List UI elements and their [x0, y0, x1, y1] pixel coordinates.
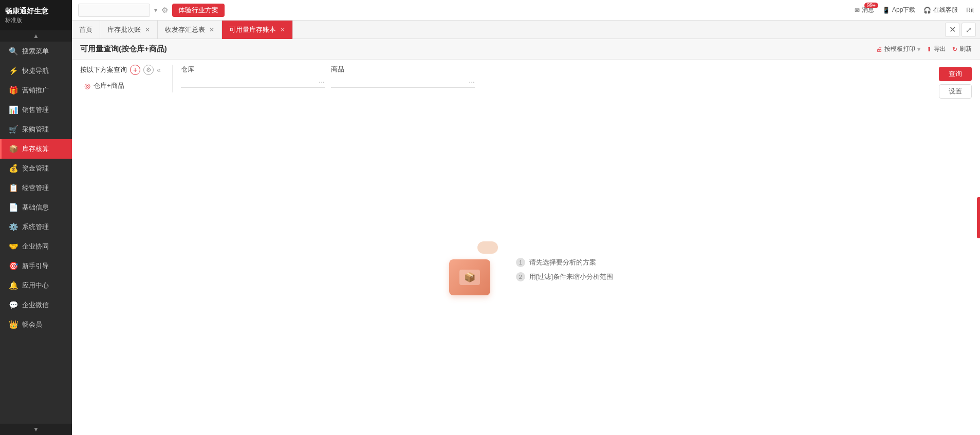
- app-download-button[interactable]: 📱 App下载: [882, 6, 915, 14]
- message-badge: 99+: [864, 3, 878, 8]
- sidebar-item-sales[interactable]: 📊销售管理: [0, 100, 72, 120]
- collapse-icon[interactable]: «: [157, 66, 161, 74]
- add-scheme-button[interactable]: +: [130, 65, 140, 75]
- scheme-settings-button[interactable]: ⚙: [143, 65, 154, 75]
- sidebar-item-shortcuts[interactable]: ⚡快捷导航: [0, 61, 72, 81]
- export-label: 导出: [934, 45, 946, 53]
- scheme-item-warehouse-goods[interactable]: ◎ 仓库+商品: [80, 79, 167, 92]
- username: Rit: [966, 7, 974, 14]
- topbar-search-input[interactable]: [78, 4, 150, 17]
- tabbar-actions: ✕ ⤢: [945, 23, 980, 37]
- brand-name: 畅康通好生意: [5, 6, 67, 16]
- refresh-button[interactable]: ↻ 刷新: [952, 45, 972, 53]
- scroll-up-icon[interactable]: ▲: [33, 32, 39, 40]
- sidebar-icon-purchase: 🛒: [9, 125, 18, 134]
- main-area: ▾ ⚙ 体验行业方案 ✉ 消息 99+ 📱 App下载 🎧 在线客服 Rit 首…: [72, 0, 980, 435]
- sidebar-item-purchase[interactable]: 🛒采购管理: [0, 120, 72, 139]
- empty-tip-2: 2 用[过滤]条件来缩小分析范围: [516, 272, 613, 281]
- sidebar-icon-sales: 📊: [9, 105, 18, 115]
- topbar: ▾ ⚙ 体验行业方案 ✉ 消息 99+ 📱 App下载 🎧 在线客服 Rit: [72, 0, 980, 21]
- page-content: 可用量查询(按仓库+商品) 🖨 按模板打印 ▾ ⬆ 导出 ↻ 刷新: [72, 39, 980, 435]
- topbar-chevron-icon[interactable]: ▾: [154, 7, 157, 14]
- tab-batch_accounts[interactable]: 库存批次账✕: [100, 21, 158, 39]
- empty-illustration: 📦: [439, 239, 501, 300]
- expand-button[interactable]: ⤢: [961, 23, 976, 37]
- sidebar-item-marketing[interactable]: 🎁营销推广: [0, 81, 72, 100]
- filter-scheme-panel: 按以下方案查询 + ⚙ « ◎ 仓库+商品: [80, 65, 173, 92]
- scheme-item-label: 仓库+商品: [94, 81, 124, 90]
- sidebar-item-apps[interactable]: 🔔应用中心: [0, 276, 72, 295]
- sidebar-item-operations[interactable]: 📋经营管理: [0, 178, 72, 198]
- print-label: 按模板打印: [884, 45, 915, 53]
- sidebar-item-basic[interactable]: 📄基础信息: [0, 198, 72, 217]
- online-service-button[interactable]: 🎧 在线客服: [923, 6, 958, 14]
- sidebar-item-finance[interactable]: 💰资金管理: [0, 159, 72, 178]
- goods-label: 商品: [331, 65, 475, 74]
- scroll-down-icon[interactable]: ▼: [33, 426, 39, 433]
- sidebar-label-wechat: 企业微信: [22, 300, 49, 310]
- scheme-item-icon: ◎: [84, 82, 90, 90]
- sidebar-item-wechat[interactable]: 💬企业微信: [0, 295, 72, 315]
- sidebar-label-newbie: 新手引导: [22, 261, 49, 271]
- warehouse-more-icon[interactable]: ···: [319, 78, 325, 86]
- tab-available_stock[interactable]: 可用量库存账本✕: [222, 21, 293, 39]
- print-chevron-icon[interactable]: ▾: [917, 46, 920, 53]
- tab-close-receipt_summary[interactable]: ✕: [209, 26, 214, 33]
- sidebar-item-search[interactable]: 🔍搜索菜单: [0, 42, 72, 61]
- app-label: App下载: [892, 6, 915, 14]
- sidebar-label-sales: 销售管理: [22, 105, 49, 115]
- scheme-header-label: 按以下方案查询: [80, 65, 127, 74]
- tab-home[interactable]: 首页: [72, 21, 100, 39]
- page-header: 可用量查询(按仓库+商品) 🖨 按模板打印 ▾ ⬆ 导出 ↻ 刷新: [72, 39, 980, 60]
- sidebar-label-enterprise: 企业协同: [22, 242, 49, 251]
- sidebar-icon-apps: 🔔: [9, 281, 18, 290]
- filter-scheme-header: 按以下方案查询 + ⚙ «: [80, 65, 167, 75]
- topbar-gear-icon[interactable]: ⚙: [161, 6, 168, 15]
- empty-tip-1: 1 请先选择要分析的方案: [516, 258, 613, 267]
- goods-more-icon[interactable]: ···: [469, 78, 475, 86]
- sidebar-label-system: 系统管理: [22, 222, 49, 232]
- tab-close-batch_accounts[interactable]: ✕: [145, 26, 150, 33]
- sidebar-item-newbie[interactable]: 🎯新手引导: [0, 256, 72, 276]
- sidebar-label-marketing: 营销推广: [22, 86, 49, 95]
- sidebar-item-enterprise[interactable]: 🤝企业协同: [0, 237, 72, 256]
- tabbar: 首页库存批次账✕收发存汇总表✕可用量库存账本✕ ✕ ⤢: [72, 21, 980, 39]
- filter-fields: 仓库 ··· 商品 ···: [181, 65, 931, 88]
- sidebar-item-inventory[interactable]: 📦库存核算: [0, 139, 72, 159]
- message-button[interactable]: ✉ 消息 99+: [855, 6, 874, 14]
- export-icon: ⬆: [927, 46, 932, 53]
- tab-close-available_stock[interactable]: ✕: [280, 26, 285, 33]
- sidebar-icon-system: ⚙️: [9, 222, 18, 232]
- sidebar-icon-enterprise: 🤝: [9, 242, 18, 251]
- tab-receipt_summary[interactable]: 收发存汇总表✕: [158, 21, 222, 39]
- tip-number-1: 1: [516, 258, 525, 267]
- tab-label-home: 首页: [79, 25, 93, 34]
- topbar-right: ✉ 消息 99+ 📱 App下载 🎧 在线客服 Rit: [855, 6, 974, 14]
- query-button[interactable]: 查询: [939, 67, 972, 81]
- filter-settings-button[interactable]: 设置: [939, 84, 972, 99]
- goods-filter-field: 商品 ···: [331, 65, 475, 88]
- sidebar-item-member[interactable]: 👑畅会员: [0, 315, 72, 334]
- goods-input-area[interactable]: ···: [331, 76, 475, 88]
- warehouse-input-area[interactable]: ···: [181, 76, 325, 88]
- industry-solution-button[interactable]: 体验行业方案: [172, 4, 225, 17]
- sidebar-icon-shortcuts: ⚡: [9, 66, 18, 75]
- user-menu[interactable]: Rit: [966, 7, 974, 14]
- right-edge-scrollbar: [977, 197, 980, 238]
- sidebar-label-member: 畅会员: [22, 320, 42, 329]
- sidebar-label-finance: 资金管理: [22, 164, 49, 173]
- export-button[interactable]: ⬆ 导出: [927, 45, 946, 53]
- app-icon: 📱: [882, 7, 890, 14]
- sidebar-label-purchase: 采购管理: [22, 125, 49, 134]
- empty-tips: 1 请先选择要分析的方案 2 用[过滤]条件来缩小分析范围: [516, 258, 613, 281]
- filter-area: 按以下方案查询 + ⚙ « ◎ 仓库+商品 仓库 ··: [72, 60, 980, 104]
- topbar-search-area: [78, 4, 150, 17]
- sidebar-nav: 🔍搜索菜单⚡快捷导航🎁营销推广📊销售管理🛒采购管理📦库存核算💰资金管理📋经营管理…: [0, 42, 72, 424]
- page-actions: 🖨 按模板打印 ▾ ⬆ 导出 ↻ 刷新: [876, 45, 972, 53]
- print-icon: 🖨: [876, 46, 882, 53]
- close-all-tabs-button[interactable]: ✕: [945, 23, 959, 37]
- print-template-button[interactable]: 🖨 按模板打印 ▾: [876, 45, 920, 53]
- sidebar-item-system[interactable]: ⚙️系统管理: [0, 217, 72, 237]
- tip-number-2: 2: [516, 272, 525, 281]
- tab-label-receipt_summary: 收发存汇总表: [165, 25, 205, 34]
